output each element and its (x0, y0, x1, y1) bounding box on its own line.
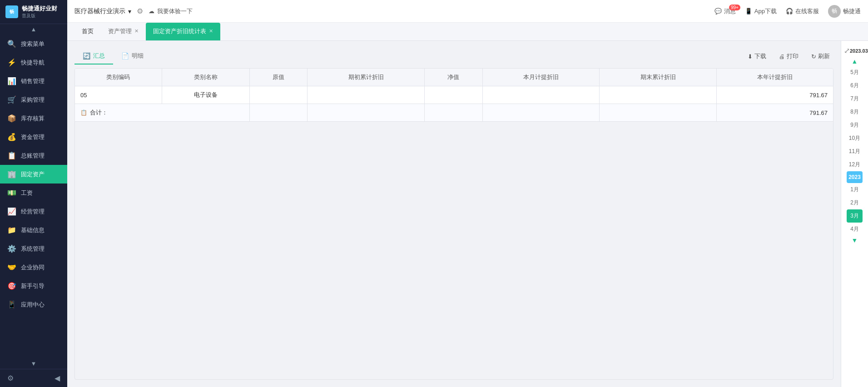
company-name: 医疗器械行业演示 (74, 7, 125, 15)
app-title-group: 畅捷通好业财 普及版 (22, 5, 57, 19)
sidebar-item-quick-nav[interactable]: ⚡快捷导航 (0, 53, 67, 72)
sidebar-item-app-center[interactable]: 📱应用中心 (0, 295, 67, 314)
sidebar-item-system[interactable]: ⚙️系统管理 (0, 239, 67, 258)
sidebar-header: 畅 畅捷通好业财 普及版 (0, 0, 67, 24)
month-item-6月[interactable]: 6月 (847, 79, 863, 92)
panel-down-btn[interactable]: ▼ (851, 236, 859, 245)
table-row: 05电子设备791.67 (75, 86, 833, 104)
subtotal-label: 合计： (90, 109, 108, 117)
tab-depreciation-report[interactable]: 固定资产折旧统计表✕ (146, 23, 220, 40)
subtotal-cell-0: 📋合计： (75, 104, 249, 122)
month-item-10月[interactable]: 10月 (847, 132, 863, 145)
sidebar-label-sales: 销售管理 (21, 77, 45, 85)
message-icon: 💬 (714, 8, 722, 15)
dropdown-icon: ▾ (128, 8, 131, 15)
refresh-btn[interactable]: ↻ 刷新 (808, 50, 833, 62)
cell-7: 791.67 (716, 86, 833, 104)
online-service-action[interactable]: 🎧 在线客服 (786, 7, 819, 15)
experience-btn[interactable]: ☁ 我要体验一下 (149, 7, 193, 15)
sidebar-item-basic-info[interactable]: 📁基础信息 (0, 221, 67, 239)
sidebar-label-enterprise: 企业协同 (21, 263, 45, 272)
cell-3 (308, 86, 425, 104)
month-item-2月[interactable]: 2月 (847, 196, 863, 209)
month-item-1月[interactable]: 1月 (847, 183, 863, 196)
refresh-icon: ↻ (811, 53, 816, 60)
message-badge: 99+ (729, 5, 740, 10)
subtab-label-summary: 汇总 (93, 52, 105, 60)
sidebar-label-basic-info: 基础信息 (21, 226, 45, 234)
main-area: 医疗器械行业演示 ▾ ⚙ ☁ 我要体验一下 💬 消息 99+ 📱 App下载 🎧… (67, 0, 868, 387)
col-header-1: 类别名称 (162, 69, 249, 86)
sales-icon: 📊 (7, 77, 16, 85)
sidebar-bottom: ⚙ ◀ (0, 369, 67, 387)
fixed-assets-icon: 🏢 (7, 170, 16, 179)
sidebar-item-payroll[interactable]: 💵工资 (0, 184, 67, 202)
subtotal-cell-4 (482, 104, 600, 122)
depreciation-table: 类别编码类别名称原值期初累计折旧净值本月计提折旧期末累计折旧本年计提折旧 05电… (74, 68, 833, 380)
month-item-12月[interactable]: 12月 (847, 158, 863, 171)
sidebar-label-fixed-assets: 固定资产 (21, 170, 45, 179)
inventory-icon: 📦 (7, 114, 16, 123)
app-center-icon: 📱 (7, 300, 16, 309)
settings-icon[interactable]: ⚙ (7, 374, 14, 382)
cell-6 (600, 86, 717, 104)
sidebar-label-guide: 新手引导 (21, 282, 45, 290)
subtotal-icon: 📋 (80, 109, 87, 116)
sidebar-label-finance: 资金管理 (21, 133, 45, 141)
sidebar-label-inventory: 库存核算 (21, 114, 45, 123)
month-item-7月[interactable]: 7月 (847, 92, 863, 105)
sidebar-item-ledger[interactable]: 📋总账管理 (0, 146, 67, 165)
quick-nav-icon: ⚡ (7, 58, 16, 67)
download-icon: ⬇ (748, 53, 753, 60)
detail-subtab-icon: 📄 (121, 52, 129, 60)
toolbar: ⬇ 下载 🖨 打印 ↻ 刷新 (744, 50, 833, 62)
tab-close-depreciation-report[interactable]: ✕ (209, 28, 213, 34)
print-btn[interactable]: 🖨 打印 (775, 50, 802, 62)
cell-0: 05 (75, 86, 162, 104)
app-download-action[interactable]: 📱 App下载 (745, 7, 777, 15)
month-item-4月[interactable]: 4月 (847, 223, 863, 236)
month-item-11月[interactable]: 11月 (847, 145, 863, 158)
month-item-8月[interactable]: 8月 (847, 105, 863, 119)
col-header-2: 原值 (249, 69, 308, 86)
year-label[interactable]: 2023 (847, 171, 863, 183)
subtotal-cell-2 (308, 104, 425, 122)
sidebar-item-inventory[interactable]: 📦库存核算 (0, 109, 67, 128)
col-header-6: 期末累计折旧 (600, 69, 717, 86)
sidebar-item-purchase[interactable]: 🛒采购管理 (0, 90, 67, 109)
sidebar-item-finance[interactable]: 💰资金管理 (0, 128, 67, 146)
sidebar-item-enterprise[interactable]: 🤝企业协同 (0, 258, 67, 277)
col-header-4: 净值 (424, 69, 482, 86)
operations-icon: 📈 (7, 207, 16, 216)
sidebar-label-app-center: 应用中心 (21, 301, 45, 309)
user-action[interactable]: 畅 畅捷通 (828, 5, 861, 18)
sidebar-item-fixed-assets[interactable]: 🏢固定资产 (0, 165, 67, 184)
month-item-5月[interactable]: 5月 (847, 66, 863, 79)
content-area: 🔄汇总📄明细 ⬇ 下载 🖨 打印 ↻ 刷新 (67, 41, 868, 387)
sidebar-scroll-down[interactable]: ▼ (0, 358, 67, 369)
gear-icon[interactable]: ⚙ (137, 7, 143, 15)
month-item-3月[interactable]: 3月 (847, 209, 863, 223)
subtab-detail[interactable]: 📄明细 (113, 48, 152, 64)
topbar-right: 💬 消息 99+ 📱 App下载 🎧 在线客服 畅 畅捷通 (714, 5, 861, 18)
sidebar-item-search[interactable]: 🔍搜索菜单 (0, 35, 67, 53)
panel-up-btn[interactable]: ▲ (851, 57, 859, 66)
sidebar-item-guide[interactable]: 🎯新手引导 (0, 277, 67, 295)
panel-expand-icon[interactable]: ⤢ (844, 46, 850, 55)
sidebar-item-operations[interactable]: 📈经营管理 (0, 202, 67, 221)
tab-close-asset-management[interactable]: ✕ (134, 28, 139, 34)
sidebar-item-sales[interactable]: 📊销售管理 (0, 72, 67, 90)
subtab-summary[interactable]: 🔄汇总 (74, 48, 113, 64)
guide-icon: 🎯 (7, 282, 16, 290)
sidebar-scroll-up[interactable]: ▲ (0, 24, 67, 35)
message-action[interactable]: 💬 消息 99+ (714, 7, 736, 15)
collapse-icon[interactable]: ◀ (55, 374, 60, 382)
sidebar-label-system: 系统管理 (21, 245, 45, 253)
download-btn[interactable]: ⬇ 下载 (744, 50, 770, 62)
company-selector[interactable]: 医疗器械行业演示 ▾ (74, 7, 131, 15)
panel-year-month: 2023.03 (850, 48, 868, 54)
month-item-9月[interactable]: 9月 (847, 119, 863, 132)
print-icon: 🖨 (779, 53, 785, 60)
tab-home[interactable]: 首页 (74, 23, 101, 40)
tab-asset-management[interactable]: 资产管理✕ (101, 23, 146, 40)
